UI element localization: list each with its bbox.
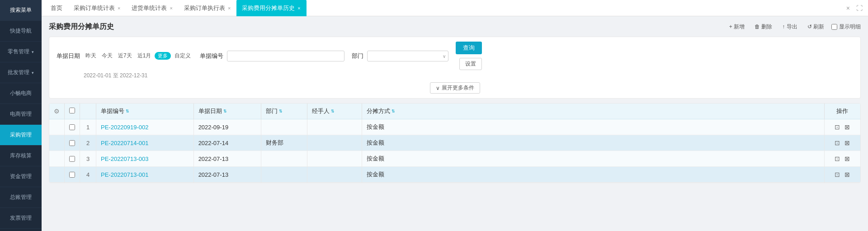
row-date-0: 2022-09-19 bbox=[193, 119, 261, 135]
sidebar-arrow-${item.id}: ▾ bbox=[32, 71, 34, 75]
shortcut-more[interactable]: 更多 bbox=[155, 52, 171, 60]
tab-label-purchase-order-exec: 采购订单执行表 bbox=[184, 4, 225, 12]
doc-no-link-0[interactable]: PE-20220919-002 bbox=[101, 124, 149, 131]
export-button[interactable]: ↑ 导出 bbox=[779, 22, 800, 32]
row-checkbox-cell bbox=[65, 135, 80, 151]
query-button[interactable]: 查询 bbox=[456, 42, 482, 54]
th-settings: ⚙ bbox=[49, 104, 65, 119]
th-handler-sort-icon[interactable]: ⇅ bbox=[331, 109, 335, 113]
tab-home[interactable]: 首页 bbox=[45, 0, 68, 16]
row-actions-0: ⊡ ⊠ bbox=[824, 119, 860, 135]
shortcut-custom[interactable]: 自定义 bbox=[173, 52, 193, 60]
tab-purchase-cost-split[interactable]: 采购费用分摊单历史× bbox=[236, 0, 306, 16]
filter-row-1: 单据日期 昨天 今天 近7天 近1月 更多 自定义 单据编号 bbox=[57, 42, 853, 70]
sidebar-item-ecommerce[interactable]: 电商管理 bbox=[0, 104, 42, 125]
table-body: 1 PE-20220919-002 2022-09-19 按金额 ⊡ ⊠ 2 P… bbox=[49, 119, 860, 183]
date-range-display: 2022-01-01 至 2022-12-31 bbox=[84, 72, 147, 79]
tab-label-purchase-order-stats: 采购订单统计表 bbox=[74, 4, 115, 12]
sidebar-item-general[interactable]: 总账管理 bbox=[0, 187, 42, 208]
th-doc-no-sort-icon[interactable]: ⇅ bbox=[126, 109, 129, 113]
tab-close-purchase-order-stats[interactable]: × bbox=[118, 5, 120, 11]
shortcut-today[interactable]: 今天 bbox=[100, 52, 114, 60]
row-handler-3 bbox=[307, 167, 362, 183]
th-date-sort-icon[interactable]: ⇅ bbox=[223, 109, 227, 113]
row-delete-btn-1[interactable]: ⊠ bbox=[844, 138, 851, 147]
sidebar-item-label-mini: 小畅电商 bbox=[0, 90, 42, 97]
row-num-0: 1 bbox=[80, 119, 96, 135]
row-checkbox-3[interactable] bbox=[69, 172, 75, 178]
refresh-button[interactable]: ↺ 刷新 bbox=[805, 22, 827, 32]
row-checkbox-0[interactable] bbox=[69, 124, 75, 130]
sidebar-item-label-inventory: 库存核算 bbox=[0, 152, 42, 160]
row-checkbox-1[interactable] bbox=[69, 140, 75, 146]
table-header-row: ⚙ 单据编号⇅ 单据日期⇅ 部门⇅ bbox=[49, 104, 860, 119]
show-columns-checkbox[interactable] bbox=[831, 24, 837, 30]
row-handler-0 bbox=[307, 119, 362, 135]
row-actions-1: ⊡ ⊠ bbox=[824, 135, 860, 151]
doc-no-filter-field: 单据编号 bbox=[200, 51, 344, 61]
tabbar-maximize-btn[interactable]: ⛶ bbox=[854, 4, 864, 13]
doc-no-input[interactable] bbox=[227, 51, 344, 61]
shortcut-7days[interactable]: 近7天 bbox=[116, 52, 134, 60]
select-all-checkbox[interactable] bbox=[69, 108, 75, 113]
filter-settings-button[interactable]: 设置 bbox=[459, 58, 482, 70]
row-view-btn-1[interactable]: ⊡ bbox=[834, 138, 841, 147]
th-split-sort-icon[interactable]: ⇅ bbox=[392, 109, 395, 113]
row-split-0: 按金额 bbox=[362, 119, 824, 135]
row-dept-0 bbox=[261, 119, 307, 135]
row-delete-btn-3[interactable]: ⊠ bbox=[844, 170, 851, 179]
row-view-btn-3[interactable]: ⊡ bbox=[834, 170, 841, 179]
row-checkbox-2[interactable] bbox=[69, 156, 75, 162]
doc-no-link-1[interactable]: PE-20220714-001 bbox=[101, 140, 149, 146]
expand-label: 展开更多条件 bbox=[442, 84, 474, 92]
tab-close-purchase-order-exec[interactable]: × bbox=[228, 5, 231, 11]
shortcut-1month[interactable]: 近1月 bbox=[136, 52, 153, 60]
sidebar-item-retail[interactable]: 零售管理 ▾ bbox=[0, 42, 42, 62]
row-delete-btn-0[interactable]: ⊠ bbox=[844, 123, 851, 132]
sidebar-item-shortcut[interactable]: 快捷导航 bbox=[0, 21, 42, 42]
doc-no-link-2[interactable]: PE-20220713-003 bbox=[101, 156, 149, 162]
tab-close-purchase-cost-split[interactable]: × bbox=[297, 5, 300, 11]
doc-no-link-3[interactable]: PE-20220713-001 bbox=[101, 171, 149, 178]
row-view-btn-2[interactable]: ⊡ bbox=[834, 154, 841, 163]
delete-button[interactable]: 🗑 删除 bbox=[752, 22, 775, 32]
tab-stock-stats[interactable]: 进货单统计表× bbox=[126, 0, 178, 16]
sidebar-item-invoice[interactable]: 发票管理 bbox=[0, 208, 42, 229]
th-handler: 经手人⇅ bbox=[307, 104, 362, 119]
sidebar-item-inventory[interactable]: 库存核算 bbox=[0, 146, 42, 166]
sidebar-item-purchase[interactable]: 采购管理 bbox=[0, 125, 42, 146]
row-doc-no-2: PE-20220713-003 bbox=[96, 151, 194, 167]
sidebar-item-finance[interactable]: 资金管理 bbox=[0, 166, 42, 187]
sidebar-item-label-retail: 零售管理 ▾ bbox=[0, 48, 42, 56]
date-shortcuts: 昨天 今天 近7天 近1月 更多 自定义 bbox=[84, 52, 193, 60]
tabbar-close-btn[interactable]: × bbox=[844, 4, 852, 13]
add-button[interactable]: + 新增 bbox=[726, 22, 747, 32]
expand-more-btn[interactable]: ∨ 展开更多条件 bbox=[430, 82, 480, 94]
column-settings-icon[interactable]: ⚙ bbox=[54, 108, 60, 115]
th-checkbox bbox=[65, 104, 80, 119]
sidebar-item-search[interactable]: 搜索菜单 bbox=[0, 0, 42, 21]
sidebar-item-label-search: 搜索菜单 bbox=[0, 6, 42, 14]
table-row: 2 PE-20220714-001 2022-07-14 财务部 按金额 ⊡ ⊠ bbox=[49, 135, 860, 151]
row-view-btn-0[interactable]: ⊡ bbox=[834, 123, 841, 132]
tab-purchase-order-stats[interactable]: 采购订单统计表× bbox=[68, 0, 126, 16]
th-dept-sort-icon[interactable]: ⇅ bbox=[279, 109, 283, 113]
sidebar-item-mini[interactable]: 小畅电商 bbox=[0, 83, 42, 104]
th-dept: 部门⇅ bbox=[261, 104, 307, 119]
data-table: ⚙ 单据编号⇅ 单据日期⇅ 部门⇅ bbox=[49, 104, 860, 183]
sidebar-item-wholesale[interactable]: 批发管理 ▾ bbox=[0, 62, 42, 83]
row-date-3: 2022-07-13 bbox=[193, 167, 261, 183]
sidebar-arrow-${item.id}: ▾ bbox=[32, 50, 34, 54]
table-row: 3 PE-20220713-003 2022-07-13 按金额 ⊡ ⊠ bbox=[49, 151, 860, 167]
th-date-label: 单据日期 bbox=[198, 107, 222, 115]
show-columns-label: 显示明细 bbox=[839, 23, 861, 31]
tab-close-stock-stats[interactable]: × bbox=[170, 5, 172, 11]
row-date-1: 2022-07-14 bbox=[193, 135, 261, 151]
dept-input[interactable] bbox=[367, 51, 448, 61]
th-doc-no-label: 单据编号 bbox=[101, 107, 124, 115]
row-delete-btn-2[interactable]: ⊠ bbox=[844, 154, 851, 163]
show-columns-checkbox-label[interactable]: 显示明细 bbox=[831, 23, 861, 31]
tab-purchase-order-exec[interactable]: 采购订单执行表× bbox=[179, 0, 236, 16]
sidebar-item-label-shortcut: 快捷导航 bbox=[0, 27, 42, 35]
shortcut-yesterday[interactable]: 昨天 bbox=[84, 52, 98, 60]
